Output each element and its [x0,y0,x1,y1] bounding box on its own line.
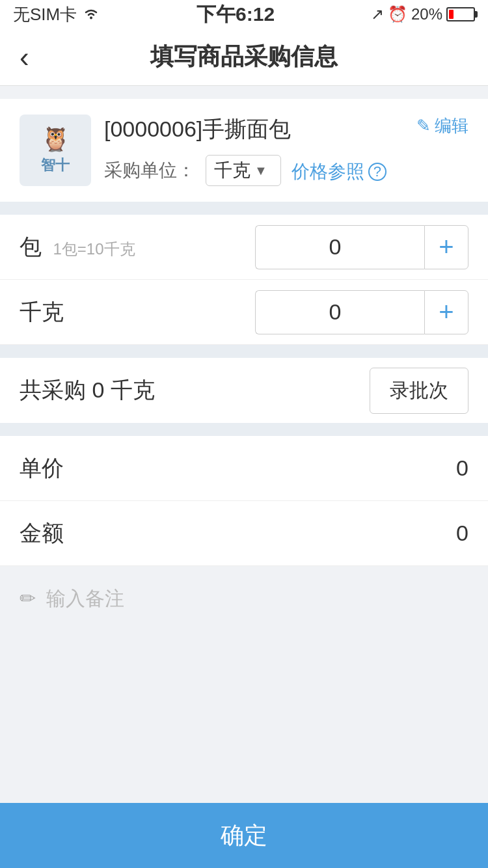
unit-label: 采购单位： [104,158,195,183]
battery-percent: 20% [411,5,442,23]
kg-input-row: 千克 + [0,280,488,345]
pencil-icon: ✏ [20,587,36,610]
alarm-icon: ⏰ [388,5,407,23]
edit-label: 编辑 [435,115,468,137]
unit-select[interactable]: 千克 ▼ [206,155,281,186]
back-button[interactable]: ‹ [20,43,29,72]
section-divider-3 [0,423,488,436]
unit-price-row: 单价 0 [0,436,488,501]
total-value: 0 [92,377,104,402]
unit-price-value: 0 [456,455,468,481]
status-right: ↗ ⏰ 20% [371,5,475,23]
bag-plus-button[interactable]: + [424,225,468,269]
total-unit: 千克 [111,377,155,402]
amount-value: 0 [456,521,468,546]
section-divider-1 [0,202,488,215]
product-info: [0000006]手撕面包 ✎ 编辑 采购单位： 千克 ▼ 价格参照 ? [104,115,468,186]
status-bar: 无SIM卡 下午6:12 ↗ ⏰ 20% [0,0,488,29]
price-ref-button[interactable]: 价格参照 ? [291,159,386,184]
bag-sublabel: 1包=10千克 [53,240,135,258]
chevron-down-icon: ▼ [254,163,267,178]
kg-label: 千克 [20,297,255,327]
product-name: [0000006]手撕面包 [104,115,291,144]
kg-quantity-input[interactable] [255,290,424,334]
unit-value: 千克 [214,158,251,183]
bag-input-row: 包 1包=10千克 + [0,215,488,280]
record-batch-button[interactable]: 录批次 [370,368,468,414]
status-time: 下午6:12 [197,1,275,28]
page-title: 填写商品采购信息 [150,41,338,73]
bag-label: 包 [20,234,42,259]
bag-input-field: + [255,225,468,269]
section-divider-2 [0,345,488,358]
page-content: 🦉 智十 [0000006]手撕面包 ✎ 编辑 采购单位： 千克 ▼ [0,99,488,735]
amount-row: 金额 0 [0,501,488,566]
battery-icon [446,7,475,21]
total-label: 共采购 0 千克 [20,375,155,405]
nav-bar: ‹ 填写商品采购信息 [0,29,488,86]
wifi-icon [82,5,100,25]
svg-point-0 [90,16,92,19]
edit-button[interactable]: ✎ 编辑 [416,115,468,137]
product-image: 🦉 智十 [20,115,91,186]
kg-plus-button[interactable]: + [424,290,468,334]
price-ref-label: 价格参照 [291,159,364,184]
confirm-button[interactable]: 确定 [0,803,488,868]
product-unit-row: 采购单位： 千克 ▼ 价格参照 ? [104,155,468,186]
location-icon: ↗ [371,5,384,23]
product-logo-text: 智十 [41,156,70,175]
product-top-row: [0000006]手撕面包 ✎ 编辑 [104,115,468,155]
edit-icon: ✎ [416,116,431,136]
product-card: 🦉 智十 [0000006]手撕面包 ✎ 编辑 采购单位： 千克 ▼ [0,99,488,202]
price-ref-icon: ? [368,163,386,181]
bag-label-container: 包 1包=10千克 [20,232,255,262]
kg-input-field: + [255,290,468,334]
product-logo-icon: 🦉 [41,126,70,153]
note-placeholder: 输入备注 [46,586,124,612]
unit-price-label: 单价 [20,454,64,483]
status-left: 无SIM卡 [13,3,100,26]
carrier-text: 无SIM卡 [13,3,77,26]
bag-quantity-input[interactable] [255,225,424,269]
amount-label: 金额 [20,519,64,549]
total-row: 共采购 0 千克 录批次 [0,358,488,423]
note-area[interactable]: ✏ 输入备注 [0,566,488,670]
